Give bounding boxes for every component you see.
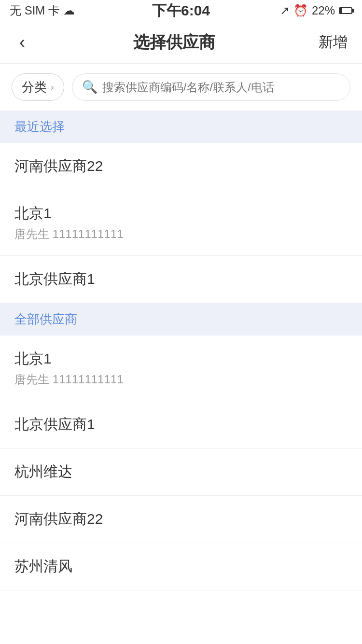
battery-level: 22% <box>312 4 335 17</box>
all-section-header: 全部供应商 <box>0 303 362 336</box>
list-item[interactable]: 河南供应商22 <box>0 143 362 190</box>
sim-status: 无 SIM 卡 ☁ <box>10 3 75 18</box>
list-item[interactable]: 北京供应商1 <box>0 401 362 448</box>
list-item[interactable]: 北京1唐先生 11111111111 <box>0 336 362 401</box>
page-title: 选择供应商 <box>133 31 215 54</box>
back-button[interactable]: ‹ <box>14 28 30 57</box>
item-name: 河南供应商22 <box>14 509 348 529</box>
item-name: 河南供应商22 <box>14 156 348 176</box>
item-name: 北京1 <box>14 204 348 224</box>
status-bar: 无 SIM 卡 ☁ 下午6:04 ↗ ⏰ 22% <box>0 0 362 21</box>
list-item[interactable]: 河南供应商22 <box>0 496 362 543</box>
alarm-icon: ⏰ <box>293 4 308 17</box>
all-items-list: 北京1唐先生 11111111111北京供应商1杭州维达河南供应商22苏州清风 <box>0 336 362 590</box>
filter-bar: 分类 › 🔍 <box>0 64 362 111</box>
recent-section-header: 最近选择 <box>0 111 362 143</box>
location-icon: ↗ <box>280 4 290 17</box>
search-box: 🔍 <box>72 73 350 101</box>
search-icon: 🔍 <box>82 80 97 95</box>
recent-items-list: 河南供应商22北京1唐先生 11111111111北京供应商1 <box>0 143 362 303</box>
nav-bar: ‹ 选择供应商 新增 <box>0 21 362 64</box>
item-sub: 唐先生 11111111111 <box>14 226 348 242</box>
all-section-label: 全部供应商 <box>14 312 77 326</box>
list-item[interactable]: 北京供应商1 <box>0 256 362 303</box>
add-button[interactable]: 新增 <box>319 32 348 52</box>
item-name: 北京1 <box>14 349 348 369</box>
list-item[interactable]: 苏州清风 <box>0 543 362 590</box>
recent-section-label: 最近选择 <box>14 119 65 134</box>
category-button[interactable]: 分类 › <box>12 73 64 101</box>
item-sub: 唐先生 11111111111 <box>14 372 348 387</box>
category-label: 分类 <box>22 79 47 96</box>
item-name: 北京供应商1 <box>14 269 348 289</box>
battery-icon <box>339 7 352 14</box>
list-item[interactable]: 杭州维达 <box>0 448 362 496</box>
status-time: 下午6:04 <box>152 1 210 21</box>
chevron-right-icon: › <box>51 82 54 93</box>
search-input[interactable] <box>102 81 340 94</box>
status-left: 无 SIM 卡 ☁ <box>10 3 75 18</box>
item-name: 苏州清风 <box>14 557 348 576</box>
list-item[interactable]: 北京1唐先生 11111111111 <box>0 190 362 256</box>
item-name: 北京供应商1 <box>14 415 348 434</box>
status-right: ↗ ⏰ 22% <box>280 4 352 17</box>
item-name: 杭州维达 <box>14 462 348 482</box>
